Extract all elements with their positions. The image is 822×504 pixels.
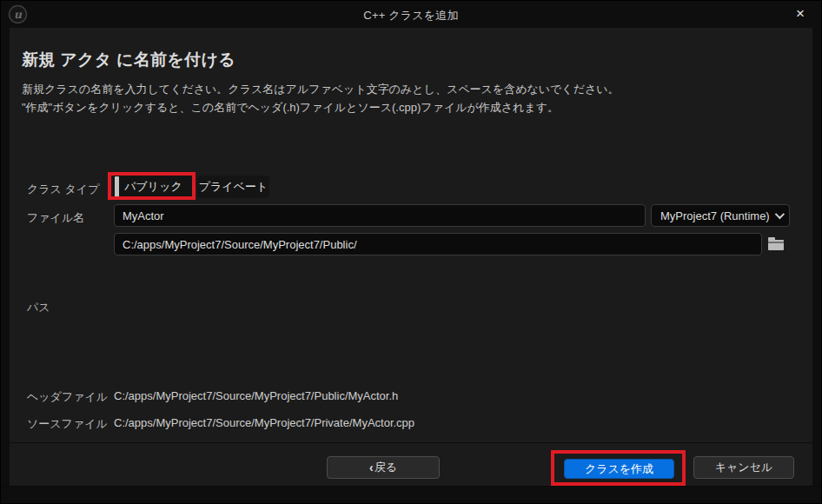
dialog-title: C++ クラスを追加 (1, 8, 821, 23)
header-file-label: ヘッダファイル (27, 389, 108, 405)
description-line-1: 新規クラスの名前を入力してください。クラス名はアルファベット文字のみとし、スペー… (22, 82, 620, 97)
path-input[interactable] (114, 233, 762, 255)
close-icon[interactable]: × (790, 3, 811, 24)
module-dropdown[interactable]: MyProject7 (Runtime) (651, 204, 790, 227)
source-file-path: C:/apps/MyProject7/Source/MyProject7/Pri… (114, 416, 414, 429)
back-button[interactable]: ‹ 戻る (327, 456, 440, 479)
back-button-label: 戻る (375, 460, 397, 475)
window-bottom-edge (1, 486, 821, 503)
class-type-private-label: プライベート (199, 179, 268, 195)
create-class-button-label: クラスを作成 (585, 461, 653, 477)
selected-indicator (115, 176, 119, 197)
folder-icon (768, 240, 784, 250)
class-type-label: クラス タイプ (27, 182, 99, 197)
module-dropdown-value: MyProject7 (Runtime) (660, 209, 770, 222)
title-bar: u C++ クラスを追加 × (1, 1, 821, 28)
dialog-content: 新規 アクタ に名前を付ける 新規クラスの名前を入力してください。クラス名はアル… (10, 28, 812, 486)
chevron-down-icon (774, 209, 784, 219)
description-line-2: "作成"ボタンをクリックすると、この名前でヘッダ(.h)ファイルとソース(.cp… (22, 100, 559, 116)
page-title: 新規 アクタ に名前を付ける (22, 49, 235, 71)
add-cpp-class-dialog: u C++ クラスを追加 × 新規 アクタ に名前を付ける 新規クラスの名前を入… (0, 0, 822, 504)
cancel-button-label: キャンセル (715, 460, 773, 475)
browse-folder-button[interactable] (767, 235, 786, 253)
chevron-left-icon: ‹ (369, 461, 374, 474)
file-name-label: ファイル名 (27, 210, 84, 226)
class-type-public-button[interactable]: パブリック (113, 176, 194, 198)
class-type-public-label: パブリック (124, 179, 182, 195)
class-type-private-button[interactable]: プライベート (197, 176, 269, 198)
header-file-path: C:/apps/MyProject7/Source/MyProject7/Pub… (114, 389, 398, 402)
create-class-button[interactable]: クラスを作成 (564, 459, 674, 479)
path-label: パス (27, 300, 50, 315)
file-name-input[interactable] (114, 204, 646, 227)
footer-divider (10, 442, 812, 443)
cancel-button[interactable]: キャンセル (693, 456, 794, 479)
source-file-label: ソースファイル (27, 416, 108, 432)
